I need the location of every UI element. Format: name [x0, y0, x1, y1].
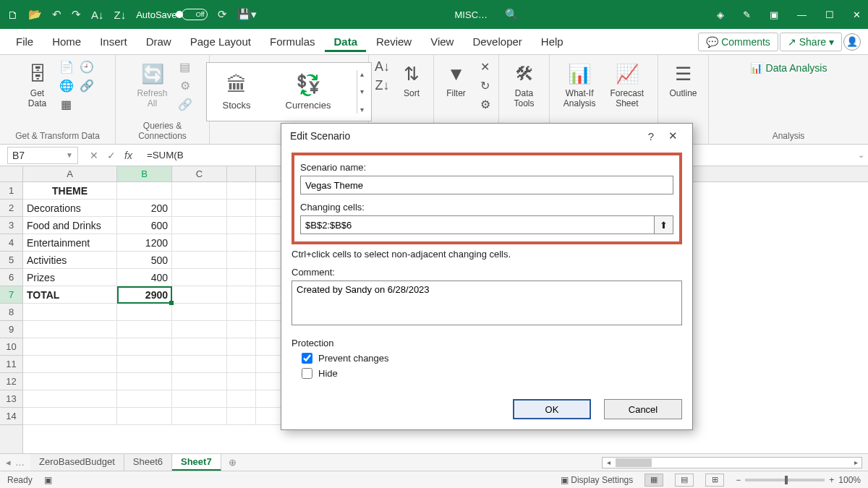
wand-icon[interactable]: ✎: [743, 9, 751, 20]
clear-filter-icon[interactable]: ✕: [478, 59, 493, 74]
row-header[interactable]: 9: [0, 321, 22, 338]
cell[interactable]: [227, 269, 256, 286]
row-header[interactable]: 7: [0, 286, 22, 304]
cell[interactable]: [227, 252, 256, 269]
cell[interactable]: Entertainment: [23, 234, 117, 252]
scenario-name-input[interactable]: [300, 176, 673, 194]
open-file-icon[interactable]: 📂: [28, 8, 42, 21]
autosave-toggle[interactable]: AutoSave Off: [136, 9, 207, 20]
existing-conn-icon[interactable]: 🔗: [80, 78, 94, 93]
cell[interactable]: [117, 390, 172, 408]
refresh-all-button[interactable]: 🔄 Refresh All: [132, 59, 171, 111]
forecast-button[interactable]: 📈Forecast Sheet: [606, 59, 649, 111]
sheet-tab-sheet7[interactable]: Sheet7: [172, 454, 221, 471]
tab-developer[interactable]: Developer: [464, 31, 530, 52]
whatif-button[interactable]: 📊What-If Analysis: [559, 59, 600, 111]
cell[interactable]: 2900: [117, 286, 172, 304]
diamond-icon[interactable]: ◈: [717, 9, 724, 20]
cell[interactable]: [227, 356, 256, 373]
save-icon[interactable]: 💾▾: [237, 8, 257, 21]
row-header[interactable]: 1: [0, 182, 22, 200]
cell[interactable]: [23, 408, 117, 425]
cell[interactable]: [23, 356, 117, 373]
cell[interactable]: [23, 338, 117, 356]
column-header[interactable]: B: [117, 166, 172, 181]
cell[interactable]: [227, 390, 256, 408]
row-header[interactable]: 2: [0, 200, 22, 217]
row-header[interactable]: 4: [0, 234, 22, 252]
cell[interactable]: Food and Drinks: [23, 217, 117, 234]
row-header[interactable]: 13: [0, 390, 22, 408]
row-header[interactable]: 12: [0, 373, 22, 390]
comment-textarea[interactable]: Created by Sandy on 6/28/2023: [292, 281, 682, 325]
cancel-button[interactable]: Cancel: [604, 399, 682, 419]
filter-button[interactable]: ▼Filter: [441, 59, 472, 101]
cell[interactable]: [23, 304, 117, 321]
sort-button[interactable]: ⇅Sort: [396, 59, 427, 101]
ok-button[interactable]: OK: [513, 399, 591, 419]
cell[interactable]: [117, 356, 172, 373]
tab-insert[interactable]: Insert: [91, 31, 136, 52]
cell[interactable]: [172, 286, 227, 304]
properties-icon[interactable]: ⚙: [178, 78, 192, 93]
new-file-icon[interactable]: 🗋: [7, 9, 18, 21]
maximize-icon[interactable]: ☐: [825, 9, 834, 20]
cell[interactable]: Activities: [23, 252, 117, 269]
chevron-down-icon[interactable]: ▼: [66, 151, 73, 159]
advanced-icon[interactable]: ⚙: [478, 97, 493, 111]
zoom-slider[interactable]: [745, 479, 825, 481]
cell[interactable]: 200: [117, 200, 172, 217]
cell[interactable]: Decorations: [23, 200, 117, 217]
cell[interactable]: [172, 200, 227, 217]
select-all-corner[interactable]: [0, 166, 23, 181]
cell[interactable]: [23, 321, 117, 338]
page-break-view-button[interactable]: ⊞: [705, 474, 724, 487]
cell[interactable]: [227, 200, 256, 217]
undo-icon[interactable]: ↶: [52, 8, 61, 21]
tab-help[interactable]: Help: [532, 31, 572, 52]
sort-asc-icon[interactable]: A↓: [375, 59, 390, 74]
zoom-out-icon[interactable]: −: [736, 475, 741, 485]
tab-review[interactable]: Review: [367, 31, 420, 52]
from-web-icon[interactable]: 🌐: [59, 78, 74, 93]
cell[interactable]: [227, 286, 256, 304]
comments-button[interactable]: 💬 Comments: [698, 33, 778, 51]
data-tools-button[interactable]: 🛠Data Tools: [509, 59, 540, 111]
cell[interactable]: [227, 304, 256, 321]
cell[interactable]: [172, 217, 227, 234]
cell[interactable]: 400: [117, 269, 172, 286]
row-header[interactable]: 14: [0, 408, 22, 425]
cell[interactable]: [117, 408, 172, 425]
column-header[interactable]: C: [172, 166, 227, 181]
zoom-level[interactable]: 100%: [838, 475, 861, 485]
sheet-nav-more-icon[interactable]: …: [15, 457, 25, 468]
horizontal-scrollbar[interactable]: ◂▸: [244, 457, 868, 468]
cell[interactable]: [117, 338, 172, 356]
cell[interactable]: [172, 408, 227, 425]
outline-button[interactable]: ☰Outline: [665, 59, 701, 101]
account-avatar[interactable]: 👤: [843, 33, 861, 51]
add-sheet-button[interactable]: ⊕: [221, 457, 244, 468]
cell[interactable]: [227, 321, 256, 338]
tab-data[interactable]: Data: [325, 31, 366, 52]
sort-desc-icon[interactable]: Z↓: [114, 9, 127, 21]
cell[interactable]: TOTAL: [23, 286, 117, 304]
toggle-switch[interactable]: Off: [182, 9, 208, 20]
close-window-icon[interactable]: ✕: [853, 9, 861, 20]
changing-cells-input[interactable]: [300, 215, 655, 234]
row-header[interactable]: 10: [0, 338, 22, 356]
sheet-tab-sheet6[interactable]: Sheet6: [124, 454, 172, 471]
sort-asc-icon[interactable]: A↓: [91, 9, 104, 21]
from-table-icon[interactable]: ▦: [59, 97, 74, 111]
cell[interactable]: [23, 373, 117, 390]
close-icon[interactable]: ✕: [662, 129, 684, 142]
tab-view[interactable]: View: [422, 31, 462, 52]
cell[interactable]: [172, 356, 227, 373]
sort-desc-icon[interactable]: Z↓: [375, 78, 390, 93]
sheet-tab-zerobasedbudget[interactable]: ZeroBasedBudget: [30, 454, 124, 471]
cell[interactable]: [117, 373, 172, 390]
cell[interactable]: [172, 373, 227, 390]
normal-view-button[interactable]: ▦: [644, 474, 663, 487]
display-settings-button[interactable]: ▣ Display Settings: [561, 475, 633, 485]
cell[interactable]: [172, 338, 227, 356]
